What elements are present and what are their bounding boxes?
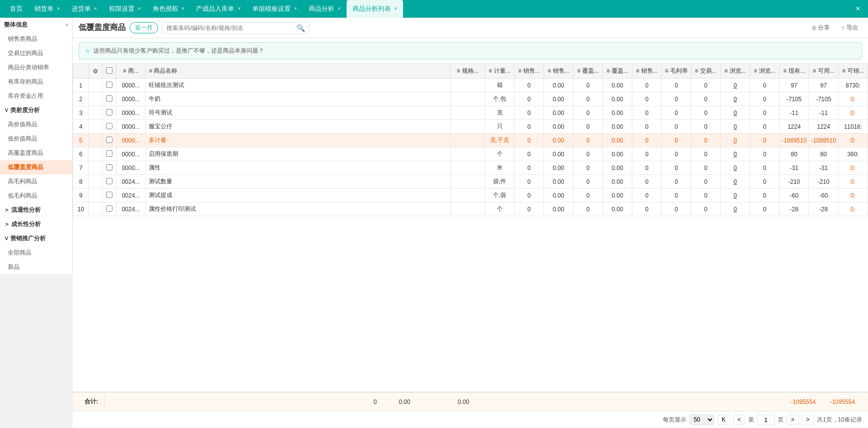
th-browse2[interactable]: ≡ 浏览... [750, 64, 780, 79]
sidebar-item-category-rate[interactable]: 商品分类动销率 [0, 60, 72, 75]
sidebar-section-coverage[interactable]: ∨ 类射度分析 [0, 103, 72, 117]
cell-browse1[interactable]: 0 [721, 79, 750, 92]
th-cover1[interactable]: ≡ 覆盖... [573, 64, 603, 79]
sidebar-item-stock-goods[interactable]: 有库存的商品 [0, 75, 72, 89]
row-checkbox[interactable] [106, 164, 112, 171]
nav-role[interactable]: 角色授权 × [147, 0, 190, 18]
row-checkbox[interactable] [106, 109, 112, 115]
th-trade[interactable]: ≡ 交易... [691, 64, 721, 79]
sidebar-section-overview[interactable]: 整体信息 « [0, 18, 72, 32]
nav-role-close[interactable]: × [182, 0, 185, 18]
sidebar-section-marketing[interactable]: ∨ 营销推广分析 [0, 231, 72, 246]
row-checkbox[interactable] [106, 82, 112, 88]
cell-settings[interactable] [89, 189, 103, 202]
nav-home[interactable]: 首页 [4, 0, 28, 18]
sidebar-item-high-value[interactable]: 高价值商品 [0, 117, 72, 132]
th-code[interactable]: ≡ 商... [116, 64, 146, 79]
cell-check[interactable] [103, 92, 116, 106]
table-wrapper[interactable]: ⚙ ≡ 商... ≡ 商品名称 ≡ 规格... ≡ 计量... ≡ 销售... … [73, 63, 868, 392]
cell-check[interactable] [103, 202, 116, 216]
nav-sales[interactable]: 销货单 × [28, 0, 66, 18]
nav-product-in[interactable]: 产成品入库单 × [190, 0, 246, 18]
cell-settings[interactable] [89, 106, 103, 120]
row-checkbox[interactable] [106, 205, 112, 212]
nav-goods-analysis-close[interactable]: × [338, 0, 341, 18]
cell-settings[interactable] [89, 175, 103, 189]
cell-check[interactable] [103, 79, 116, 92]
th-sales3[interactable]: ≡ 销售... [632, 64, 662, 79]
nav-permission-close[interactable]: × [138, 0, 141, 18]
page-last-btn[interactable]: > [802, 415, 814, 425]
cell-settings[interactable] [89, 147, 103, 161]
cell-browse1[interactable]: 0 [721, 92, 750, 106]
th-gross[interactable]: ≡ 毛利率 [662, 64, 691, 79]
cell-browse1[interactable]: 0 [721, 189, 750, 202]
sidebar-item-low-value[interactable]: 低价值商品 [0, 132, 72, 146]
page-next-btn[interactable]: > [787, 415, 799, 425]
th-spec[interactable]: ≡ 规格... [451, 64, 485, 79]
cell-browse1[interactable]: 0 [721, 134, 750, 147]
row-checkbox[interactable] [106, 95, 112, 102]
cell-browse1[interactable]: 0 [721, 175, 750, 189]
sidebar-item-low-margin[interactable]: 低毛利商品 [0, 189, 72, 203]
cell-check[interactable] [103, 161, 116, 175]
cell-check[interactable] [103, 175, 116, 189]
cell-settings[interactable] [89, 120, 103, 134]
nav-product-in-close[interactable]: × [238, 0, 241, 18]
sidebar-section-liquidity[interactable]: ＞ 流通性分析 [0, 203, 72, 217]
date-badge[interactable]: 近一月 [130, 22, 158, 33]
nav-permission[interactable]: 权限设置 × [103, 0, 147, 18]
sidebar-item-sales-goods[interactable]: 销售类商品 [0, 32, 72, 46]
th-name[interactable]: ≡ 商品名称 [146, 64, 451, 79]
cell-browse1[interactable]: 0 [721, 147, 750, 161]
th-current[interactable]: ≡ 现有... [780, 64, 809, 79]
cell-settings[interactable] [89, 92, 103, 106]
cell-settings[interactable] [89, 202, 103, 216]
nav-goods-analysis[interactable]: 商品分析 × [303, 0, 347, 18]
nav-purchase-close[interactable]: × [94, 0, 97, 18]
page-first-btn[interactable]: K [717, 415, 730, 425]
nav-template[interactable]: 单据模板设置 × [246, 0, 303, 18]
sidebar-item-inventory-capital[interactable]: 库存资金占用 [0, 89, 72, 103]
sidebar-item-high-margin[interactable]: 高毛利商品 [0, 174, 72, 189]
th-cover2[interactable]: ≡ 覆盖... [603, 64, 632, 79]
share-button[interactable]: ⎘ 分享 [809, 22, 834, 34]
page-number-input[interactable] [757, 415, 775, 425]
th-sales1[interactable]: ≡ 销售... [515, 64, 544, 79]
cell-check[interactable] [103, 147, 116, 161]
th-sales2[interactable]: ≡ 销售... [544, 64, 573, 79]
search-input[interactable] [166, 25, 297, 31]
nav-goods-analysis-list[interactable]: 商品分析列表 × [347, 0, 403, 18]
nav-goods-analysis-list-close[interactable]: × [394, 0, 397, 18]
sidebar-item-low-coverage[interactable]: 低覆盖度商品 [0, 160, 72, 174]
row-checkbox[interactable] [106, 178, 112, 184]
cell-browse1[interactable]: 0 [721, 161, 750, 175]
cell-settings[interactable] [89, 134, 103, 147]
nav-purchase[interactable]: 进货单 × [66, 0, 103, 18]
cell-check[interactable] [103, 120, 116, 134]
cell-check[interactable] [103, 106, 116, 120]
th-browse1[interactable]: ≡ 浏览... [721, 64, 750, 79]
th-checkbox[interactable] [103, 64, 116, 79]
cell-browse1[interactable]: 0 [721, 120, 750, 134]
sidebar-item-high-coverage[interactable]: 高覆盖度商品 [0, 146, 72, 160]
nav-close-all-btn[interactable]: × [852, 4, 864, 13]
select-all-checkbox[interactable] [106, 67, 112, 74]
sidebar-item-all-goods[interactable]: 全部商品 [0, 246, 72, 260]
row-checkbox[interactable] [106, 137, 112, 143]
cell-check[interactable] [103, 189, 116, 202]
cell-settings[interactable] [89, 161, 103, 175]
cell-check[interactable] [103, 134, 116, 147]
nav-template-close[interactable]: × [294, 0, 297, 18]
row-checkbox[interactable] [106, 150, 112, 157]
th-available[interactable]: ≡ 可用... [809, 64, 839, 79]
cell-browse1[interactable]: 0 [721, 106, 750, 120]
search-icon[interactable]: 🔍 [297, 24, 305, 32]
row-checkbox[interactable] [106, 192, 112, 198]
export-button[interactable]: ↑ 导出 [838, 22, 862, 34]
row-checkbox[interactable] [106, 123, 112, 129]
cell-settings[interactable] [89, 79, 103, 92]
page-prev-btn[interactable]: < [733, 415, 745, 425]
nav-sales-close[interactable]: × [57, 0, 60, 18]
sidebar-item-new-goods[interactable]: 新品 [0, 260, 72, 274]
